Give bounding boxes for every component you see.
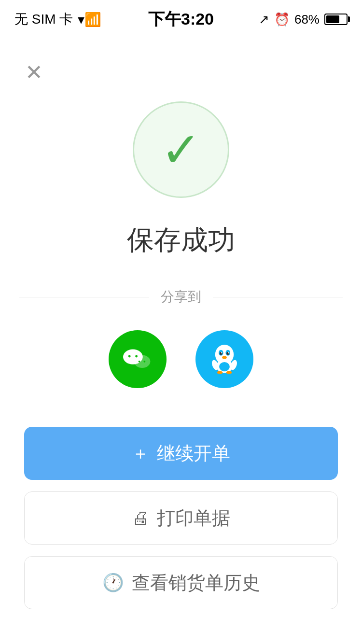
location-icon: ↗ (259, 12, 269, 27)
divider-right (213, 297, 343, 297)
svg-point-17 (226, 371, 232, 374)
history-icon: 🕐 (102, 573, 124, 593)
alarm-icon: ⏰ (274, 12, 290, 27)
status-left: 无 SIM 卡 ▾📶 (14, 10, 101, 28)
close-icon: ✕ (25, 62, 43, 83)
svg-point-12 (228, 352, 229, 353)
battery-percent: 68% (294, 12, 320, 27)
status-time: 下午3:20 (148, 8, 214, 30)
battery-fill (326, 15, 339, 23)
checkmark-icon: ✓ (161, 126, 201, 174)
status-bar: 无 SIM 卡 ▾📶 下午3:20 ↗ ⏰ 68% (0, 0, 362, 39)
svg-point-2 (128, 355, 131, 358)
print-label: 打印单据 (157, 506, 230, 531)
qq-share-button[interactable] (195, 330, 253, 388)
svg-point-11 (221, 352, 222, 353)
share-label: 分享到 (149, 288, 213, 306)
close-button[interactable]: ✕ (19, 58, 48, 87)
continue-button[interactable]: ＋ 继续开单 (24, 427, 338, 480)
qq-icon (207, 342, 242, 377)
svg-point-9 (220, 352, 223, 355)
divider-left (19, 297, 149, 297)
svg-point-13 (222, 356, 227, 359)
status-right: ↗ ⏰ 68% (259, 12, 348, 27)
svg-point-10 (226, 352, 229, 355)
print-button[interactable]: 🖨 打印单据 (24, 491, 338, 545)
battery-bar (324, 14, 348, 25)
wechat-share-button[interactable] (109, 330, 167, 388)
share-icons (109, 330, 253, 388)
wifi-icon: ▾📶 (78, 12, 101, 28)
svg-point-15 (219, 362, 230, 371)
wechat-icon (120, 342, 155, 377)
svg-point-5 (143, 361, 145, 363)
svg-point-16 (217, 371, 223, 374)
success-indicator: ✓ (133, 101, 229, 198)
plus-icon: ＋ (132, 442, 149, 465)
action-buttons: ＋ 继续开单 🖨 打印单据 🕐 查看销货单历史 (19, 427, 343, 609)
history-button[interactable]: 🕐 查看销货单历史 (24, 556, 338, 609)
continue-label: 继续开单 (157, 441, 230, 466)
svg-point-4 (139, 361, 140, 363)
svg-point-3 (135, 355, 138, 358)
print-icon: 🖨 (132, 508, 149, 528)
history-label: 查看销货单历史 (132, 571, 260, 595)
battery-indicator (324, 14, 348, 25)
success-title: 保存成功 (127, 222, 235, 259)
carrier-label: 无 SIM 卡 (14, 10, 73, 28)
main-content: ✕ ✓ 保存成功 分享到 (0, 39, 362, 644)
share-divider: 分享到 (19, 288, 343, 306)
